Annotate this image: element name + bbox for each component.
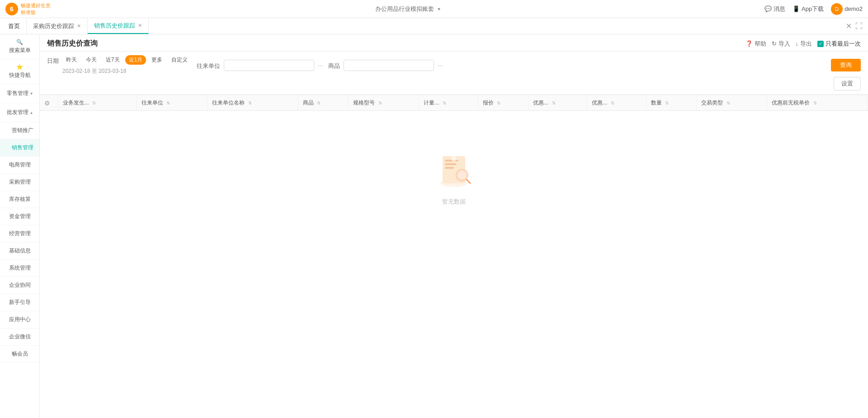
query-button[interactable]: 查询: [831, 59, 861, 71]
svg-rect-4: [445, 167, 454, 169]
sidebar-item-corp-wechat[interactable]: 企业微信: [0, 328, 39, 346]
sidebar-item-search-menu[interactable]: 🔍 搜索菜单: [0, 34, 39, 59]
filter-actions: 查询: [831, 59, 861, 71]
sidebar-item-wholesale-mgmt[interactable]: 批发管理 ▴: [0, 103, 39, 122]
message-icon: 💬: [764, 5, 772, 12]
th-quantity[interactable]: 数量 ⇅: [646, 95, 697, 111]
empty-row: 暂无数据: [40, 111, 868, 242]
sidebar-item-system[interactable]: 系统管理: [0, 260, 39, 277]
sidebar-item-marketing[interactable]: 营销推广: [0, 122, 39, 139]
sidebar: 🔍 搜索菜单 ⭐ 快捷导航 零售管理 ▾ 批发管理 ▴ 营销推广 销售管理 电商…: [0, 34, 40, 418]
app-download-icon: 📱: [793, 5, 800, 12]
user-menu[interactable]: D demo2: [831, 3, 863, 15]
date-btn-today[interactable]: 今天: [82, 55, 100, 65]
th-spec[interactable]: 规格型号 ⇅: [349, 95, 419, 111]
date-buttons: 昨天 今天 近7天 近1月 更多 自定义: [62, 55, 191, 65]
product-input[interactable]: [344, 60, 434, 71]
th-partner-code[interactable]: 往来单位 ⇅: [137, 95, 208, 111]
sidebar-item-ecommerce[interactable]: 电商管理: [0, 157, 39, 174]
logo-area: 6 畅捷通好生意 标准版: [5, 2, 51, 15]
only-last-checkbox-label[interactable]: ✓ 只看最后一次: [817, 40, 861, 48]
sidebar-item-inventory[interactable]: 库存核算: [0, 191, 39, 208]
from-unit-input[interactable]: [224, 60, 314, 71]
sidebar-item-enterprise[interactable]: 企业协同: [0, 277, 39, 294]
th-product[interactable]: 商品 ⇅: [298, 95, 349, 111]
sidebar-item-app-center[interactable]: 应用中心: [0, 311, 39, 328]
message-button[interactable]: 💬 消息: [764, 5, 785, 13]
logo-text: 畅捷通好生意 标准版: [21, 2, 51, 15]
sort-discount2-icon[interactable]: ⇅: [611, 100, 614, 105]
date-filter-label: 日期: [47, 55, 59, 65]
tab-sales-close[interactable]: ✕: [138, 23, 142, 28]
th-pretax-price[interactable]: 优惠前无税单价 ⇅: [767, 95, 868, 111]
th-unit[interactable]: 计量... ⇅: [419, 95, 478, 111]
sidebar-item-finance[interactable]: 资金管理: [0, 208, 39, 225]
only-last-checkbox[interactable]: ✓: [817, 41, 824, 47]
th-partner-name[interactable]: 往来单位名称 ⇅: [208, 95, 298, 111]
sidebar-item-member[interactable]: 畅会员: [0, 346, 39, 363]
sort-product-icon[interactable]: ⇅: [317, 100, 321, 105]
sort-quantity-icon[interactable]: ⇅: [665, 100, 669, 105]
date-btn-1month[interactable]: 近1月: [125, 55, 146, 65]
from-unit-filter-group: 往来单位 ···: [197, 60, 323, 71]
tab-purchase-close[interactable]: ✕: [77, 23, 81, 29]
empty-state: 暂无数据: [40, 111, 868, 242]
sort-unit-icon[interactable]: ⇅: [443, 100, 446, 105]
import-button[interactable]: ↻ 导入: [772, 40, 790, 48]
page-actions: ❓ 帮助 ↻ 导入 ↓ 导出 ✓ 只看最后一次: [745, 40, 861, 48]
sort-biz-date-icon[interactable]: ⇅: [92, 100, 96, 105]
date-btn-more[interactable]: 更多: [148, 55, 166, 65]
from-unit-picker-button[interactable]: ···: [318, 62, 323, 69]
wholesale-expand-icon: ▴: [30, 110, 33, 115]
sort-partner-name-icon[interactable]: ⇅: [248, 100, 252, 105]
top-bar-left: 6 畅捷通好生意 标准版: [5, 2, 51, 15]
settings-button[interactable]: 设置: [834, 77, 861, 90]
filter-bar: 日期 昨天 今天 近7天 近1月 更多 自定义 2023-02-18 至 202…: [40, 52, 868, 95]
product-picker-button[interactable]: ···: [438, 62, 443, 69]
sidebar-item-quick-nav[interactable]: ⭐ 快捷导航: [0, 59, 39, 84]
quick-nav-icon: ⭐: [16, 64, 23, 70]
svg-point-8: [451, 156, 457, 162]
th-trade-type[interactable]: 交易类型 ⇅: [697, 95, 767, 111]
date-btn-custom[interactable]: 自定义: [168, 55, 191, 65]
sort-trade-type-icon[interactable]: ⇅: [726, 100, 730, 105]
date-range-display: 2023-02-18 至 2023-03-18: [62, 67, 191, 75]
page-header: 销售历史价查询 ❓ 帮助 ↻ 导入 ↓ 导出 ✓ 只看最后一次: [40, 34, 868, 52]
sidebar-item-operations[interactable]: 经营管理: [0, 225, 39, 242]
sidebar-item-retail-mgmt[interactable]: 零售管理 ▾: [0, 84, 39, 103]
date-btn-yesterday[interactable]: 昨天: [62, 55, 80, 65]
tab-sales[interactable]: 销售历史价跟踪 ✕: [88, 18, 149, 34]
date-options: 昨天 今天 近7天 近1月 更多 自定义 2023-02-18 至 2023-0…: [62, 55, 191, 75]
workspace-dropdown-icon[interactable]: ▾: [438, 6, 440, 12]
sidebar-item-sales-mgmt[interactable]: 销售管理: [0, 139, 39, 157]
help-button[interactable]: ❓ 帮助: [745, 40, 766, 48]
top-bar-center: 办公用品行业模拟账套 ▾: [375, 5, 440, 13]
sort-price-icon[interactable]: ⇅: [497, 100, 500, 105]
top-bar-right: 💬 消息 📱 App下载 D demo2: [764, 3, 863, 15]
import-icon: ↻: [772, 40, 777, 47]
th-discount1[interactable]: 优惠... ⇅: [528, 95, 587, 111]
app-download-button[interactable]: 📱 App下载: [793, 5, 824, 13]
empty-text: 暂无数据: [442, 198, 466, 206]
th-biz-date[interactable]: 业务发生... ⇅: [58, 95, 137, 111]
sidebar-item-guide[interactable]: 新手引导: [0, 294, 39, 311]
tab-maximize-button[interactable]: ⛶: [855, 22, 863, 30]
sort-spec-icon[interactable]: ⇅: [378, 100, 382, 105]
tab-home[interactable]: 首页: [2, 18, 27, 34]
retail-expand-icon: ▾: [30, 91, 33, 96]
th-discount2[interactable]: 优惠... ⇅: [587, 95, 646, 111]
th-price[interactable]: 报价 ⇅: [478, 95, 528, 111]
date-btn-7days[interactable]: 近7天: [102, 55, 123, 65]
sort-partner-code-icon[interactable]: ⇅: [166, 100, 170, 105]
sidebar-item-purchase-mgmt[interactable]: 采购管理: [0, 174, 39, 191]
sidebar-item-basic-info[interactable]: 基础信息: [0, 242, 39, 260]
sort-discount1-icon[interactable]: ⇅: [552, 100, 556, 105]
table-body: 暂无数据: [40, 111, 868, 242]
settings-row: 设置: [47, 77, 861, 90]
tab-close-all-button[interactable]: ✕: [846, 22, 852, 30]
tab-bar: 首页 采购历史价跟踪 ✕ 销售历史价跟踪 ✕ ✕ ⛶: [0, 18, 868, 34]
tab-purchase[interactable]: 采购历史价跟踪 ✕: [27, 18, 88, 34]
export-button[interactable]: ↓ 导出: [796, 40, 812, 48]
column-settings-icon[interactable]: ⚙: [44, 100, 50, 107]
sort-pretax-price-icon[interactable]: ⇅: [813, 100, 817, 105]
